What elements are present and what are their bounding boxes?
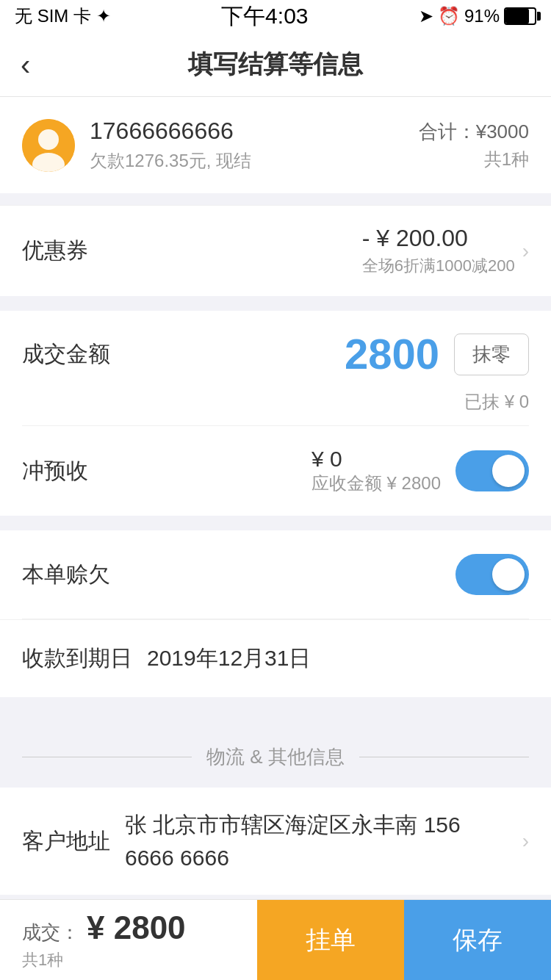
customer-total: 合计：¥3000 共1种 xyxy=(419,119,529,171)
pre-receive-controls: ¥ 0 应收金额 ¥ 2800 xyxy=(311,447,529,495)
coupon-discount: - ¥ 200.00 xyxy=(362,225,515,252)
logistics-header: 物流 & 其他信息 xyxy=(0,727,551,788)
address-row[interactable]: 客户地址 张 北京市市辖区海淀区永丰南 156 6666 6666 › xyxy=(0,788,551,895)
pre-receive-amount: ¥ 0 xyxy=(311,447,441,472)
form-section: 成交金额 2800 抹零 已抹 ¥ 0 冲预收 ¥ 0 应收金额 ¥ 2800 xyxy=(0,311,551,516)
logistics-section: 物流 & 其他信息 客户地址 张 北京市市辖区海淀区永丰南 156 6666 6… xyxy=(0,727,551,895)
amount-row: 成交金额 2800 抹零 xyxy=(0,311,551,390)
debt-toggle[interactable] xyxy=(455,554,529,595)
section-divider-2 xyxy=(0,516,551,530)
customer-phone: 17666666666 xyxy=(90,118,251,145)
status-left: 无 SIM 卡 ✦ xyxy=(15,4,111,28)
debt-section: 本单赊欠 收款到期日 2019年12月31日 xyxy=(0,530,551,697)
bottom-summary-label: 成交： xyxy=(22,920,79,945)
round-off-button[interactable]: 抹零 xyxy=(454,334,529,375)
customer-left: 17666666666 欠款1276.35元, 现结 xyxy=(22,118,251,173)
battery-icon xyxy=(504,7,536,25)
save-button[interactable]: 保存 xyxy=(404,900,551,981)
content: 17666666666 欠款1276.35元, 现结 合计：¥3000 共1种 … xyxy=(0,97,551,980)
pre-receive-info: ¥ 0 应收金额 ¥ 2800 xyxy=(311,447,441,495)
status-right: ➤ ⏰ 91% xyxy=(419,6,536,26)
page-title: 填写结算等信息 xyxy=(188,48,363,82)
due-date-row: 收款到期日 2019年12月31日 xyxy=(0,619,551,697)
customer-info: 17666666666 欠款1276.35元, 现结 xyxy=(90,118,251,173)
back-button[interactable]: ‹ xyxy=(21,50,30,79)
coupon-desc: 全场6折满1000减200 xyxy=(362,255,515,277)
section-divider-1 xyxy=(0,296,551,311)
customer-card: 17666666666 欠款1276.35元, 现结 合计：¥3000 共1种 xyxy=(0,97,551,193)
coupon-chevron-icon: › xyxy=(522,239,529,263)
coupon-right: - ¥ 200.00 全场6折满1000减200 › xyxy=(362,225,529,277)
amount-label: 成交金额 xyxy=(22,339,110,370)
section-divider-3 xyxy=(0,697,551,712)
total-count: 共1种 xyxy=(419,148,529,171)
pre-receive-toggle[interactable] xyxy=(455,450,529,491)
address-chevron-icon: › xyxy=(522,829,529,853)
bottom-summary-main: 成交： ¥ 2800 xyxy=(22,909,235,946)
alarm-icon: ⏰ xyxy=(438,6,460,26)
hang-order-button[interactable]: 挂单 xyxy=(257,900,404,981)
due-date-value: 2019年12月31日 xyxy=(147,644,311,674)
bottom-bar: 成交： ¥ 2800 共1种 挂单 保存 xyxy=(0,899,551,980)
pre-receive-sub: 应收金额 ¥ 2800 xyxy=(311,472,441,495)
bottom-summary-count: 共1种 xyxy=(22,949,235,971)
logistics-title: 物流 & 其他信息 xyxy=(206,744,345,770)
amount-value: 2800 xyxy=(345,333,439,375)
logistics-line-left xyxy=(22,757,192,757)
amount-sub: 已抹 ¥ 0 xyxy=(0,390,551,425)
debt-label: 本单赊欠 xyxy=(22,560,110,590)
nav-bar: ‹ 填写结算等信息 xyxy=(0,32,551,97)
avatar xyxy=(22,119,75,172)
logistics-line-right xyxy=(359,757,529,757)
svg-point-1 xyxy=(38,129,59,150)
bottom-summary: 成交： ¥ 2800 共1种 xyxy=(0,909,257,971)
pre-receive-row: 冲预收 ¥ 0 应收金额 ¥ 2800 xyxy=(0,426,551,516)
amount-right: 2800 抹零 xyxy=(345,333,529,375)
status-time: 下午4:03 xyxy=(221,1,308,32)
address-label: 客户地址 xyxy=(22,826,110,857)
customer-debt: 欠款1276.35元, 现结 xyxy=(90,149,251,173)
coupon-row[interactable]: 优惠券 - ¥ 200.00 全场6折满1000减200 › xyxy=(0,205,551,296)
location-icon: ➤ xyxy=(419,6,433,26)
debt-row: 本单赊欠 xyxy=(0,530,551,619)
address-value: 张 北京市市辖区海淀区永丰南 156 6666 6666 xyxy=(125,808,508,874)
bottom-summary-amount: ¥ 2800 xyxy=(87,909,186,946)
due-date-label: 收款到期日 xyxy=(22,644,132,674)
battery-text: 91% xyxy=(464,6,500,26)
status-bar: 无 SIM 卡 ✦ 下午4:03 ➤ ⏰ 91% xyxy=(0,0,551,32)
total-label: 合计：¥3000 xyxy=(419,119,529,145)
pre-receive-label: 冲预收 xyxy=(22,456,88,486)
coupon-label: 优惠券 xyxy=(22,236,88,266)
sim-text: 无 SIM 卡 ✦ xyxy=(15,4,111,28)
